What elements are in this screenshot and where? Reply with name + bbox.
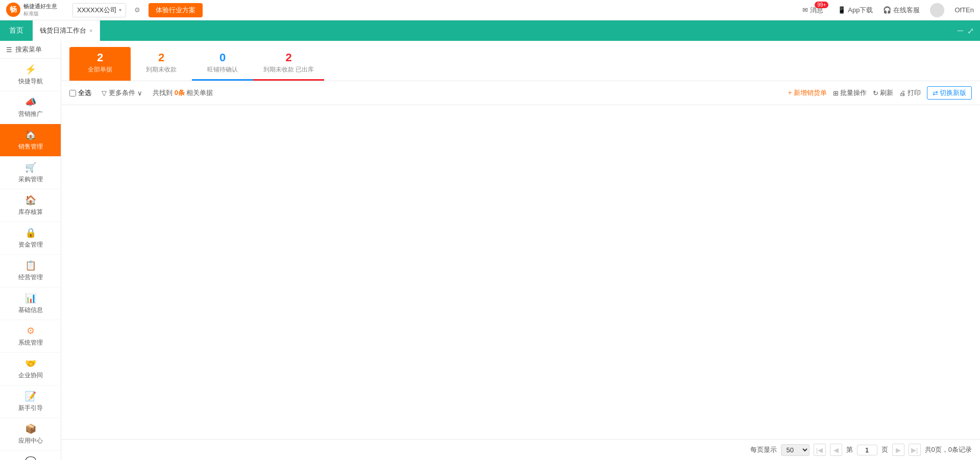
company-selector[interactable]: XXXXXX公司 ▾ <box>72 3 126 17</box>
empty-state <box>61 105 980 439</box>
select-all-checkbox[interactable]: 全选 <box>69 88 91 98</box>
database-icon: 📊 <box>25 293 36 304</box>
experience-btn[interactable]: 体验行业方案 <box>149 3 203 17</box>
filter-icon: ▽ <box>102 89 107 97</box>
print-button[interactable]: 🖨 打印 <box>899 88 921 98</box>
print-icon: 🖨 <box>899 89 906 97</box>
sidebar-item-inventory[interactable]: 🏠 库存核算 <box>0 189 61 222</box>
package-icon: 📦 <box>25 423 36 434</box>
content-area: 2 全部单据 2 到期未收款 0 旺铺待确认 2 到期未收款 已出库 <box>61 41 980 460</box>
stat-label-pending: 旺铺待确认 <box>202 65 243 74</box>
select-all-label: 全选 <box>78 88 91 98</box>
search-icon: ☰ <box>6 46 12 54</box>
sidebar-item-search-menu[interactable]: ☰ 搜索菜单 <box>0 41 61 59</box>
sidebar-label: 企业协同 <box>18 371 43 380</box>
stat-tab-all[interactable]: 2 全部单据 <box>69 47 131 81</box>
sidebar-item-finance[interactable]: 🔒 资金管理 <box>0 222 61 255</box>
report-icon: 📋 <box>25 260 36 271</box>
wechat-icon: 💬 <box>25 456 36 460</box>
tab-bar: 首页 钱货日清工作台 × ─ ⤢ <box>0 20 980 41</box>
cart-icon: 🛒 <box>25 162 36 173</box>
main-layout: ☰ 搜索菜单 ⚡ 快捷导航 📣 营销推广 🏠 销售管理 🛒 采购管理 🏠 库存核… <box>0 41 980 460</box>
page-suffix: 页 <box>881 445 888 454</box>
sidebar-label: 经营管理 <box>18 273 43 282</box>
handshake-icon: 🤝 <box>25 358 36 369</box>
app-download-button[interactable]: 📱 App下载 <box>838 6 873 15</box>
lightning-icon: ⚡ <box>25 64 36 75</box>
header-right: ✉ 消息 99+ 📱 App下载 🎧 在线客服 OfTEn <box>802 3 974 17</box>
online-service-label: 在线客服 <box>893 6 920 15</box>
stat-tab-pending[interactable]: 0 旺铺待确认 <box>192 47 253 81</box>
switch-label: 切换新版 <box>940 88 966 98</box>
sidebar-item-system[interactable]: ⚙ 系统管理 <box>0 320 61 353</box>
sidebar-item-coop[interactable]: 🤝 企业协同 <box>0 353 61 385</box>
select-all-input[interactable] <box>69 90 76 96</box>
sidebar-item-guide[interactable]: 📝 新手引导 <box>0 385 61 418</box>
refresh-button[interactable]: ↻ 刷新 <box>873 88 893 98</box>
switch-icon: ⇄ <box>933 89 938 97</box>
found-suffix: 相关单据 <box>186 89 213 96</box>
company-name: XXXXXX公司 <box>77 6 117 15</box>
close-tab-icon[interactable]: × <box>89 28 92 34</box>
filter-button[interactable]: ▽ 更多条件 ∨ <box>97 86 146 100</box>
message-button[interactable]: ✉ 消息 99+ <box>802 6 823 15</box>
stat-tab-shipped[interactable]: 2 到期未收款 已出库 <box>253 47 324 81</box>
total-text: 共0页，0条记录 <box>925 445 972 454</box>
settings-button[interactable]: ⚙ <box>130 3 144 17</box>
sidebar-item-quick-nav[interactable]: ⚡ 快捷导航 <box>0 59 61 91</box>
shop-icon: 🏠 <box>25 129 36 140</box>
sidebar-label: 应用中心 <box>18 437 43 445</box>
sidebar-item-sales[interactable]: 🏠 销售管理 <box>0 124 61 157</box>
sidebar-item-marketing[interactable]: 📣 营销推广 <box>0 91 61 124</box>
page-input[interactable] <box>857 445 877 455</box>
last-page-button[interactable]: ▶| <box>909 444 921 456</box>
refresh-icon: ↻ <box>873 89 878 97</box>
tab-minimize-icon[interactable]: ─ <box>958 26 963 35</box>
sidebar-item-base-info[interactable]: 📊 基础信息 <box>0 287 61 320</box>
filter-label: 更多条件 <box>109 88 135 98</box>
lock-icon: 🔒 <box>25 227 36 238</box>
add-order-button[interactable]: + 新增销货单 <box>788 88 827 98</box>
sidebar-item-app-center[interactable]: 📦 应用中心 <box>0 418 61 451</box>
chevron-filter-icon: ∨ <box>137 89 142 97</box>
stat-label-all: 全部单据 <box>80 65 120 74</box>
sidebar-item-purchase[interactable]: 🛒 采购管理 <box>0 157 61 189</box>
avatar[interactable] <box>930 3 944 17</box>
megaphone-icon: 📣 <box>25 96 36 108</box>
sidebar-label: 营销推广 <box>18 110 43 118</box>
switch-version-button[interactable]: ⇄ 切换新版 <box>927 86 972 100</box>
tab-label: 钱货日清工作台 <box>40 26 86 35</box>
pagination: 每页显示 50 100 200 |◀ ◀ 第 页 ▶ ▶| 共0页，0条记录 <box>61 439 980 460</box>
logo-area: 畅 畅捷通好生意 标准版 <box>6 3 67 17</box>
logo-icon: 畅 <box>6 3 20 17</box>
tab-maximize-icon[interactable]: ⤢ <box>967 26 974 36</box>
print-label: 打印 <box>908 88 921 98</box>
prev-page-button[interactable]: ◀ <box>830 444 842 456</box>
sidebar-item-operation[interactable]: 📋 经营管理 <box>0 255 61 287</box>
first-page-button[interactable]: |◀ <box>814 444 826 456</box>
top-header: 畅 畅捷通好生意 标准版 XXXXXX公司 ▾ ⚙ 体验行业方案 ✉ 消息 99… <box>0 0 980 20</box>
sidebar-label: 采购管理 <box>18 175 43 184</box>
online-service-button[interactable]: 🎧 在线客服 <box>883 6 920 15</box>
sidebar-search-label: 搜索菜单 <box>15 45 42 54</box>
found-text: 共找到 0条 相关单据 <box>153 88 213 98</box>
tab-home[interactable]: 首页 <box>0 20 33 41</box>
sidebar-label: 快捷导航 <box>18 77 43 86</box>
sidebar-label: 新手引导 <box>18 404 43 413</box>
sidebar-label: 基础信息 <box>18 306 43 314</box>
toolbar-right: + 新增销货单 ⊞ 批量操作 ↻ 刷新 🖨 打印 ⇄ 切换新版 <box>788 86 972 100</box>
stat-num-pending: 0 <box>202 51 243 64</box>
page-size-select[interactable]: 50 100 200 <box>781 444 810 456</box>
sidebar-label: 销售管理 <box>18 142 43 151</box>
stat-num-shipped: 2 <box>263 51 314 64</box>
tab-qianghuo[interactable]: 钱货日清工作台 × <box>33 20 100 41</box>
gear-icon: ⚙ <box>134 6 140 14</box>
sidebar-label: 资金管理 <box>18 240 43 249</box>
next-page-button[interactable]: ▶ <box>892 444 904 456</box>
sidebar-item-wechat[interactable]: 💬 企业微信 <box>0 451 61 460</box>
stat-tab-overdue[interactable]: 2 到期未收款 <box>131 47 192 81</box>
refresh-label: 刷新 <box>880 88 893 98</box>
batch-operation-button[interactable]: ⊞ 批量操作 <box>833 88 867 98</box>
message-icon: ✉ <box>802 6 808 14</box>
stat-num-overdue: 2 <box>141 51 182 64</box>
